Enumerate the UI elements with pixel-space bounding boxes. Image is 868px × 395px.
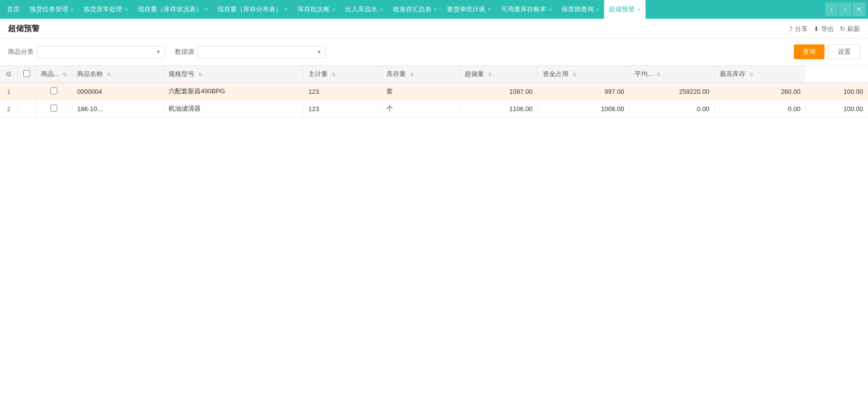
nav-item-label: 要货单统计表 xyxy=(447,5,485,14)
nav-item-close-icon[interactable]: × xyxy=(596,6,599,12)
col-capital-used[interactable]: 资金占用 ⇅ xyxy=(538,66,629,83)
nav-item------[interactable]: 出入库流水× xyxy=(340,0,388,19)
nav-item-label: 现存量（库存状况表） xyxy=(138,5,202,14)
refresh-button[interactable]: ↻ 刷新 xyxy=(840,25,860,34)
select-all-checkbox[interactable] xyxy=(23,70,30,77)
nav-item-close-icon[interactable]: × xyxy=(332,6,335,12)
nav-item-------[interactable]: 拣货任务管理× xyxy=(25,0,79,19)
nav-item---[interactable]: 首页 xyxy=(2,0,25,19)
row-unit: 个 xyxy=(382,100,460,118)
col-product-code[interactable]: 商品... ⇅ xyxy=(36,66,72,83)
data-source-input[interactable]: 可用量 xyxy=(197,46,326,58)
row-capital-used: 259220.00 xyxy=(629,83,714,100)
nav-item-label: 可用量库存账本 xyxy=(501,5,546,14)
nav-item-close-icon[interactable]: × xyxy=(284,6,287,12)
product-category-filter: 商品分类 ▼ xyxy=(8,46,165,58)
nav-item-close-icon[interactable]: × xyxy=(71,6,74,12)
col-over-qty[interactable]: 超储量 ⇅ xyxy=(460,66,538,83)
sort-icon-unit: ⇅ xyxy=(332,72,336,77)
refresh-icon: ↻ xyxy=(840,25,845,33)
row-checkbox-cell xyxy=(36,83,72,100)
nav-item-label: 现存量（库存分布表） xyxy=(217,5,282,14)
nav-item-close-icon[interactable]: × xyxy=(125,6,128,12)
product-category-label: 商品分类 xyxy=(8,47,34,56)
row-number: 1 xyxy=(0,83,18,100)
row-product-code: 186-10... xyxy=(72,100,163,118)
page-title: 超储预警 xyxy=(8,24,40,34)
row-stock-qty: 1097.00 xyxy=(460,83,538,100)
table-header-row: ⚙ 商品... ⇅ 商品名称 ⇅ 规格型号 ⇅ xyxy=(0,66,868,83)
data-table: ⚙ 商品... ⇅ 商品名称 ⇅ 规格型号 ⇅ xyxy=(0,66,868,118)
col-spec[interactable]: 规格型号 ⇅ xyxy=(164,66,304,83)
row-checkbox[interactable] xyxy=(50,105,57,112)
nav-item-label: 库存批次账 xyxy=(298,5,330,14)
nav-item-----------[interactable]: 现存量（库存状况表）× xyxy=(133,0,213,19)
data-source-label: 数据源 xyxy=(175,47,194,56)
sort-icon-over-qty: ⇅ xyxy=(488,72,492,77)
select-all-col xyxy=(18,66,36,83)
col-max-stock[interactable]: 最高库存 ⇅ xyxy=(715,66,806,83)
top-nav: 首页拣货任务管理×拣货异常处理×现存量（库存状况表）×现存量（库存分布表）×库存… xyxy=(0,0,868,19)
nav-item-------[interactable]: 收发存汇总表× xyxy=(388,0,442,19)
row-product-code: 0000004 xyxy=(72,83,163,100)
col-product-name[interactable]: 商品名称 ⇅ xyxy=(72,66,163,83)
nav-item-label: 拣货异常处理 xyxy=(84,5,122,14)
nav-next-button[interactable]: › xyxy=(839,2,852,16)
nav-item-close-icon[interactable]: × xyxy=(205,6,208,12)
nav-item-close-icon[interactable]: × xyxy=(637,6,640,12)
sort-icon-product-code: ⇅ xyxy=(63,72,67,77)
data-source-select-wrapper: 可用量 ▼ xyxy=(197,46,326,58)
row-checkbox-cell xyxy=(36,100,72,118)
nav-prev-button[interactable]: ‹ xyxy=(825,2,838,16)
nav-item-label: 首页 xyxy=(7,5,20,14)
nav-item-----[interactable]: 超储预警× xyxy=(604,0,645,19)
nav-item-----------[interactable]: 现存量（库存分布表）× xyxy=(213,0,292,19)
query-button[interactable]: 查询 xyxy=(794,44,825,59)
row-stock-qty: 1106.00 xyxy=(460,100,538,118)
row-over-qty: 1006.00 xyxy=(538,100,629,118)
row-avg-price: 0.00 xyxy=(715,100,806,118)
col-avg-price[interactable]: 平均... ⇅ xyxy=(629,66,714,83)
nav-item-close-icon[interactable]: × xyxy=(434,6,437,12)
row-max-stock: 100.00 xyxy=(806,100,868,118)
row-product-name: 机油滤清器 xyxy=(164,100,304,118)
row-spec: 123 xyxy=(303,83,381,100)
share-button[interactable]: ⤴ 分享 xyxy=(789,25,808,34)
row-gear-cell xyxy=(18,100,36,118)
filter-buttons: 查询 设置 xyxy=(794,44,860,59)
nav-item------[interactable]: 库存批次账× xyxy=(293,0,340,19)
nav-item-label: 收发存汇总表 xyxy=(393,5,432,14)
nav-item--------[interactable]: 可用量库存账本× xyxy=(496,0,557,19)
settings-gear-col: ⚙ xyxy=(0,66,18,83)
product-category-input[interactable] xyxy=(37,46,165,58)
nav-item-label: 超储预警 xyxy=(609,5,635,14)
row-spec: 123 xyxy=(303,100,381,118)
table-row: 1 0000004 六配套新昌490BPG 123 套 1097.00 997.… xyxy=(0,83,868,100)
col-unit[interactable]: 主计量 ⇅ xyxy=(303,66,381,83)
row-product-name: 六配套新昌490BPG xyxy=(164,83,304,100)
nav-item-------[interactable]: 要货单统计表× xyxy=(442,0,496,19)
settings-button[interactable]: 设置 xyxy=(828,44,860,59)
main-content: 超储预警 ⤴ 分享 ⬇ 导出 ↻ 刷新 商品分类 ▼ 数据源 xyxy=(0,19,868,395)
sort-icon-spec: ⇅ xyxy=(198,72,202,77)
nav-item-label: 出入库流水 xyxy=(345,5,377,14)
nav-item------[interactable]: 保质期查询× xyxy=(557,0,604,19)
nav-close-button[interactable]: ✕ xyxy=(853,2,866,16)
row-capital-used: 0.00 xyxy=(629,100,714,118)
col-stock-qty[interactable]: 库存量 ⇅ xyxy=(382,66,460,83)
export-button[interactable]: ⬇ 导出 xyxy=(814,25,834,34)
nav-item-close-icon[interactable]: × xyxy=(380,6,383,12)
header-actions: ⤴ 分享 ⬇ 导出 ↻ 刷新 xyxy=(789,25,860,34)
nav-item-------[interactable]: 拣货异常处理× xyxy=(79,0,132,19)
nav-item-close-icon[interactable]: × xyxy=(488,6,491,12)
nav-item-label: 拣货任务管理 xyxy=(30,5,68,14)
nav-item-close-icon[interactable]: × xyxy=(549,6,552,12)
sort-icon-capital-used: ⇅ xyxy=(572,72,576,77)
filter-area: 商品分类 ▼ 数据源 可用量 ▼ 查询 设置 xyxy=(0,39,868,66)
row-max-stock: 100.00 xyxy=(806,83,868,100)
table-container: ⚙ 商品... ⇅ 商品名称 ⇅ 规格型号 ⇅ xyxy=(0,66,868,118)
row-checkbox[interactable] xyxy=(50,87,57,94)
table-settings-icon[interactable]: ⚙ xyxy=(5,70,12,78)
product-category-select-wrapper: ▼ xyxy=(37,46,165,58)
row-avg-price: 260.00 xyxy=(715,83,806,100)
